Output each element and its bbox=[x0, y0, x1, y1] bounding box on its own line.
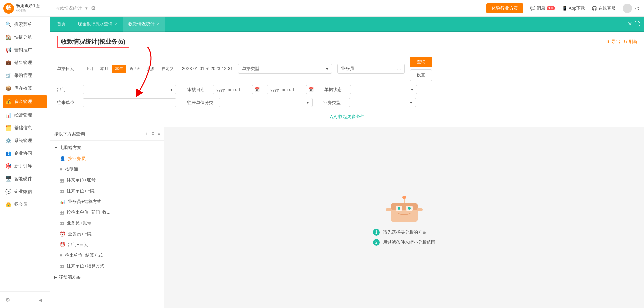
empty-state: 1 请先选择要分析的方案 2 用过滤条件来缩小分析范围 bbox=[373, 190, 435, 246]
scheme-label-salesperson-account: 业务员+账号 bbox=[67, 220, 91, 226]
empty-step-1: 1 请先选择要分析的方案 bbox=[373, 229, 435, 236]
sidebar-item-search[interactable]: 🔍 搜索菜单 bbox=[0, 18, 50, 31]
date-tab-this-year[interactable]: 本年 bbox=[112, 65, 126, 73]
dept-label: 部门 bbox=[57, 87, 77, 93]
mobile-arrow-icon: ▶ bbox=[54, 275, 57, 279]
tab-bank[interactable]: 现金银行流水查询 ✕ bbox=[72, 17, 123, 32]
tab-home[interactable]: 首页 bbox=[50, 17, 72, 32]
tab-close-icon[interactable]: ✕ bbox=[628, 21, 632, 27]
date-tab-more[interactable]: 更多 bbox=[144, 65, 158, 73]
doc-type-select[interactable]: 单据类型 ▾ bbox=[238, 64, 332, 74]
scheme-item-partner-calc2[interactable]: ▦ 往来单位+结算方式 bbox=[50, 261, 164, 271]
left-panel-add-icon[interactable]: + bbox=[145, 131, 148, 137]
date-tab-7days[interactable]: 近7天 bbox=[127, 65, 143, 73]
robot-svg bbox=[384, 190, 424, 223]
trial-industry-button[interactable]: 体验行业方案 bbox=[486, 3, 523, 13]
salesperson-more-icon: ··· bbox=[397, 66, 401, 71]
scheme-item-salesperson-account[interactable]: ▦ 业务员+账号 bbox=[50, 218, 164, 228]
collapse-label: 收起更多条件 bbox=[338, 114, 365, 120]
step-text-2: 用过滤条件来缩小分析范围 bbox=[383, 239, 435, 245]
date-tab-custom[interactable]: 自定义 bbox=[159, 65, 177, 73]
sidebar-settings-icon[interactable]: ⚙ bbox=[5, 297, 10, 303]
svg-point-5 bbox=[408, 207, 411, 210]
sidebar-item-guide[interactable]: 🎯 新手引导 bbox=[0, 160, 50, 172]
left-panel-collapse-icon[interactable]: « bbox=[158, 131, 160, 137]
doc-status-select[interactable]: ▾ bbox=[350, 85, 417, 94]
step-num-2: 2 bbox=[373, 239, 380, 246]
tab-receipts-close-icon[interactable]: ✕ bbox=[157, 22, 160, 26]
logo-name: 畅捷通好生意 bbox=[16, 3, 40, 9]
scheme-item-salesperson[interactable]: 👤 按业务员 bbox=[50, 153, 164, 164]
date-tab-last-month[interactable]: 上月 bbox=[83, 65, 97, 73]
sidebar-item-purchase[interactable]: 🛒 采购管理 bbox=[0, 69, 50, 82]
message-item[interactable]: 💬 消息 99+ bbox=[530, 5, 555, 11]
date-label: 单据日期 bbox=[57, 66, 77, 72]
sidebar-item-basic[interactable]: 🗂️ 基础信息 bbox=[0, 121, 50, 134]
doc-status-chevron: ▾ bbox=[411, 87, 413, 92]
sidebar-footer: ⚙ ◀‖ bbox=[0, 291, 50, 308]
export-button[interactable]: ⬆ 导出 bbox=[606, 39, 620, 45]
setting-button[interactable]: 设置 bbox=[410, 69, 432, 81]
scheme-item-partner-calc1[interactable]: ≡ 往来单位+结算方式 bbox=[50, 250, 164, 261]
empty-steps: 1 请先选择要分析的方案 2 用过滤条件来缩小分析范围 bbox=[373, 229, 435, 246]
header-settings-icon[interactable]: ⚙ bbox=[91, 5, 96, 11]
scheme-item-partner-dept[interactable]: ▦ 按往来单位+部门+收... bbox=[50, 207, 164, 218]
scheme-item-detail[interactable]: ≡ 按明细 bbox=[50, 164, 164, 175]
partner-more-icon[interactable]: ··· bbox=[169, 100, 173, 105]
calendar-end-icon[interactable]: 📅 bbox=[308, 87, 314, 92]
filter-row-2: 部门 ▾ 审核日期 📅 — 📅 单据状态 ▾ bbox=[57, 85, 637, 94]
tab-receipts[interactable]: 收款情况统计 ✕ bbox=[123, 17, 165, 32]
salesperson-select[interactable]: 业务员 ··· bbox=[337, 64, 405, 74]
partner-category-select[interactable]: ▾ bbox=[219, 98, 313, 107]
team-icon: 👥 bbox=[5, 150, 12, 156]
refresh-button[interactable]: ↻ 刷新 bbox=[624, 39, 637, 45]
user-area[interactable]: Rit bbox=[623, 4, 639, 13]
sidebar-label-wechat: 企业微信 bbox=[14, 189, 32, 195]
query-button[interactable]: 查询 bbox=[410, 57, 432, 67]
sidebar-item-marketing[interactable]: 📢 营销推广 bbox=[0, 44, 50, 56]
sidebar-item-hardware[interactable]: 🖥️ 智能硬件 bbox=[0, 172, 50, 185]
desktop-section-header[interactable]: ▼ 电脑端方案 bbox=[50, 142, 164, 153]
scheme-item-partner-date[interactable]: ▦ 往来单位+日期 bbox=[50, 186, 164, 196]
audit-date-end-input[interactable] bbox=[267, 85, 307, 94]
sidebar-item-corp[interactable]: 👥 企业协同 bbox=[0, 147, 50, 160]
calendar-start-icon[interactable]: 📅 bbox=[254, 87, 260, 92]
sidebar-item-system[interactable]: ⚙️ 系统管理 bbox=[0, 134, 50, 147]
sidebar-label-finance: 资金管理 bbox=[14, 99, 32, 105]
breadcrumb-dropdown-icon[interactable]: ▾ bbox=[85, 6, 88, 11]
page-title-actions: ⬆ 导出 ↻ 刷新 bbox=[606, 39, 637, 45]
mobile-section-header[interactable]: ▶ 移动端方案 bbox=[50, 271, 164, 283]
biz-type-label: 业务类型 bbox=[323, 100, 343, 106]
date-tab-this-month[interactable]: 本月 bbox=[97, 65, 111, 73]
collapse-button[interactable]: ⋀⋀ 收起更多条件 bbox=[57, 111, 637, 122]
app-download-item[interactable]: 📱 App下载 bbox=[562, 5, 585, 11]
sidebar-collapse-icon[interactable]: ◀‖ bbox=[39, 297, 45, 303]
desktop-scheme-section: ▼ 电脑端方案 👤 按业务员 ≡ 按明细 ▦ bbox=[50, 142, 164, 271]
sidebar-item-finance[interactable]: 💰 资金管理 bbox=[3, 95, 47, 108]
scheme-item-salesperson-calc[interactable]: 📊 业务员+结算方式 bbox=[50, 196, 164, 207]
scheme-label-partner-date: 往来单位+日期 bbox=[67, 188, 96, 194]
empty-illustration bbox=[384, 190, 424, 223]
header-right: 体验行业方案 💬 消息 99+ 📱 App下载 🎧 在线客服 Rit bbox=[486, 3, 639, 13]
grid-icon-1: ▦ bbox=[60, 177, 64, 183]
dept-select[interactable]: ▾ bbox=[83, 85, 176, 94]
audit-date-start-input[interactable] bbox=[213, 85, 253, 94]
sidebar-label-marketing: 营销推广 bbox=[14, 47, 32, 53]
online-service-item[interactable]: 🎧 在线客服 bbox=[592, 5, 616, 11]
partner-select[interactable]: ··· bbox=[83, 98, 176, 107]
left-panel-settings-icon[interactable]: ⚙ bbox=[151, 131, 155, 137]
tab-bank-close-icon[interactable]: ✕ bbox=[115, 22, 118, 26]
sidebar-item-operation[interactable]: 📊 经营管理 bbox=[0, 109, 50, 121]
sidebar-item-inventory[interactable]: 📦 库存核算 bbox=[0, 82, 50, 95]
sidebar-item-wechat[interactable]: 💬 企业微信 bbox=[0, 185, 50, 198]
tab-expand-icon[interactable]: ⛶ bbox=[635, 21, 640, 27]
scheme-item-salesperson-date[interactable]: ⏰ 业务员+日期 bbox=[50, 228, 164, 239]
logo-edition: 标准版 bbox=[16, 8, 40, 13]
scheme-item-dept-date[interactable]: ⏰ 部门+日期 bbox=[50, 239, 164, 250]
sidebar-item-sales[interactable]: 💼 销售管理 bbox=[0, 56, 50, 69]
scheme-item-partner-account[interactable]: ▦ 往来单位+账号 bbox=[50, 175, 164, 186]
sidebar-item-quicknav[interactable]: 🏠 快捷导航 bbox=[0, 31, 50, 44]
sidebar-item-member[interactable]: 👑 畅会员 bbox=[0, 198, 50, 211]
biz-type-select[interactable]: ▾ bbox=[349, 98, 416, 107]
svg-rect-9 bbox=[417, 208, 423, 211]
